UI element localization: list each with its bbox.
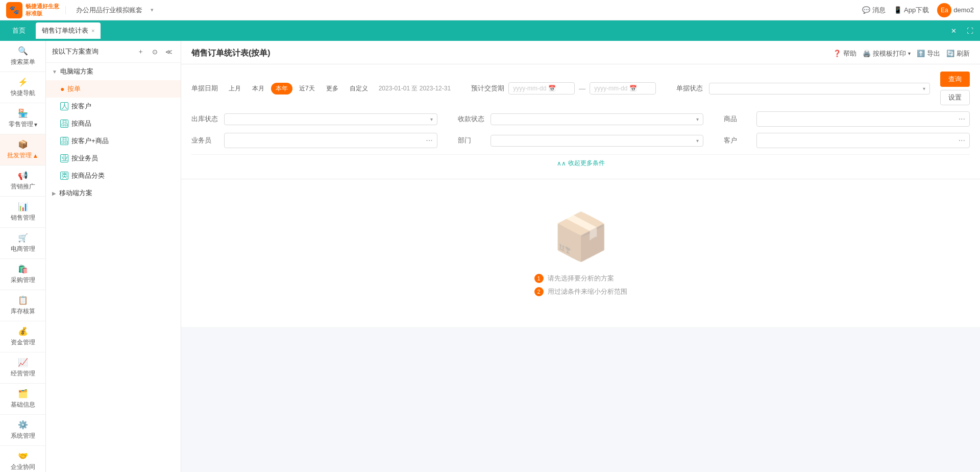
department-select[interactable]: ▾	[491, 135, 704, 147]
date-tab-last-7days[interactable]: 近7天	[295, 83, 320, 95]
tree-item-by-product-label: 按商品	[71, 119, 91, 128]
export-icon: ⬆️	[917, 50, 925, 57]
date-tab-more[interactable]: 更多	[322, 83, 343, 95]
logo-area: 🐾 畅捷通好生意 标准版	[6, 2, 59, 18]
settings-scheme-btn[interactable]: ⊙	[149, 46, 160, 57]
wholesale-icon: 📦	[18, 139, 28, 149]
department-arrow-icon: ▾	[696, 138, 699, 144]
tab-home[interactable]: 首页	[4, 20, 34, 41]
tree-item-by-product[interactable]: 品 按商品	[46, 115, 181, 132]
top-bar-right: 💬 消息 📱 App下载 Ea demo2	[862, 3, 974, 17]
tree-item-by-category[interactable]: 类 按商品分类	[46, 167, 181, 184]
sidebar-item-purchase[interactable]: 🛍️ 采购管理	[0, 259, 45, 290]
app-download-btn[interactable]: 📱 App下载	[894, 6, 929, 15]
date-tab-this-month[interactable]: 本月	[248, 83, 269, 95]
tree-item-by-customer[interactable]: 人 按客户	[46, 98, 181, 115]
by-customer-product-icon: 品	[60, 137, 68, 145]
date-tab-custom[interactable]: 自定义	[345, 83, 373, 95]
tree-section-mobile[interactable]: ▶ 移动端方案	[46, 184, 181, 202]
customer-input[interactable]: ···	[756, 133, 970, 148]
tree-item-by-salesperson-label: 按业务员	[71, 154, 98, 163]
sidebar-item-enterprise-label: 企业协同	[11, 463, 35, 471]
product-label: 商品	[724, 114, 752, 124]
product-input[interactable]: ···	[756, 111, 970, 127]
date-tab-last-month[interactable]: 上月	[224, 83, 246, 95]
sidebar-item-operations-label: 经营管理	[11, 369, 35, 378]
top-bar-left: 🐾 畅捷通好生意 标准版 办公用品行业模拟账套 ▾	[6, 2, 154, 18]
date-tab-this-year[interactable]: 本年	[271, 83, 292, 95]
left-panel-actions: ＋ ⊙ ≪	[135, 46, 175, 57]
tree-section-pc[interactable]: ▼ 电脑端方案	[46, 63, 181, 80]
user-name: demo2	[953, 6, 974, 14]
add-scheme-btn[interactable]: ＋	[135, 46, 146, 57]
tree-item-by-category-label: 按商品分类	[71, 171, 105, 180]
collapse-bar: ∧∧ 收起更多条件	[191, 154, 970, 172]
message-btn[interactable]: 💬 消息	[862, 6, 886, 15]
sidebar-item-base-info[interactable]: 🗂️ 基础信息	[0, 384, 45, 415]
help-label: 帮助	[843, 49, 856, 58]
query-btn[interactable]: 查询	[940, 72, 970, 87]
expected-date-to-input[interactable]: yyyy-mm-dd 📅	[590, 82, 656, 95]
tree-item-by-salesperson[interactable]: 业 按业务员	[46, 150, 181, 167]
sidebar-item-ecommerce[interactable]: 🛒 电商管理	[0, 228, 45, 259]
maximize-icon: ⛶	[967, 27, 973, 35]
title-arrow-icon[interactable]: ▾	[151, 7, 154, 13]
marketing-icon: 📢	[18, 171, 28, 180]
tree-item-by-customer-product[interactable]: 品 按客户+商品	[46, 132, 181, 150]
inventory-icon: 📋	[18, 295, 28, 305]
sidebar-item-wholesale[interactable]: 📦 批发管理 ▲	[0, 134, 45, 166]
help-btn[interactable]: ❓ 帮助	[833, 49, 856, 58]
collapse-panel-btn[interactable]: ≪	[163, 46, 175, 57]
app-title[interactable]: 办公用品行业模拟账套	[72, 6, 146, 15]
sidebar-item-marketing-label: 营销推广	[11, 182, 35, 191]
salesperson-ellipsis-icon[interactable]: ···	[426, 136, 432, 145]
export-btn[interactable]: ⬆️ 导出	[917, 49, 940, 58]
receipt-status-select[interactable]: ▾	[491, 113, 704, 125]
tip-2-num: 2	[534, 287, 544, 296]
date-from-calendar-icon: 📅	[548, 85, 556, 92]
sidebar-item-inventory[interactable]: 📋 库存核算	[0, 290, 45, 321]
bill-status-select[interactable]: ▾	[709, 83, 930, 95]
tip-1-text: 请先选择要分析的方案	[548, 274, 614, 283]
refresh-btn[interactable]: 🔄 刷新	[946, 49, 970, 58]
sidebar-item-retail[interactable]: 🏪 零售管理 ▾	[0, 103, 45, 134]
purchase-icon: 🛍️	[18, 264, 28, 274]
filter-expected-date: 预计交货期 yyyy-mm-dd 📅 — yyyy-mm-dd 📅	[471, 82, 656, 95]
sidebar-item-marketing[interactable]: 📢 营销推广	[0, 166, 45, 197]
filter-ship-status: 出库状态 ▾	[191, 113, 437, 125]
salesperson-input[interactable]: ···	[224, 133, 437, 148]
sidebar-item-quick-nav[interactable]: ⚡ 快捷导航	[0, 72, 45, 103]
sidebar-item-finance[interactable]: 💰 资金管理	[0, 321, 45, 352]
tab-sales-order[interactable]: 销售订单统计表 ×	[36, 22, 101, 39]
by-category-icon: 类	[60, 172, 68, 180]
sidebar-item-retail-label: 零售管理	[9, 120, 33, 129]
maximize-btn[interactable]: ⛶	[964, 25, 976, 37]
left-panel: 按以下方案查询 ＋ ⊙ ≪ ▼ 电脑端方案 ● 按单 人 按客户	[46, 41, 181, 472]
print-btn[interactable]: 🖨️ 按模板打印 ▾	[863, 49, 911, 58]
header-actions: ❓ 帮助 🖨️ 按模板打印 ▾ ⬆️ 导出 🔄 刷新	[833, 49, 970, 58]
close-window-btn[interactable]: ✕	[947, 25, 960, 37]
tab-close-icon[interactable]: ×	[91, 28, 94, 34]
tree-item-by-customer-product-label: 按客户+商品	[71, 136, 109, 146]
filter-bill-status: 单据状态 ▾	[676, 83, 930, 95]
salesperson-label: 业务员	[191, 136, 220, 145]
ship-status-select[interactable]: ▾	[224, 113, 437, 125]
sidebar-item-sales[interactable]: 📊 销售管理	[0, 197, 45, 228]
collapse-btn[interactable]: ∧∧ 收起更多条件	[557, 159, 605, 168]
sidebar-item-enterprise[interactable]: 🤝 企业协同	[0, 446, 45, 472]
user-area[interactable]: Ea demo2	[937, 3, 974, 17]
close-icon: ✕	[951, 27, 957, 35]
tab-sales-order-label: 销售订单统计表	[42, 26, 88, 35]
customer-ellipsis-icon[interactable]: ···	[959, 136, 965, 145]
tree-item-by-order[interactable]: ● 按单	[46, 80, 181, 98]
sidebar-item-search-menu[interactable]: 🔍 搜索菜单	[0, 41, 45, 72]
product-ellipsis-icon[interactable]: ···	[959, 114, 965, 124]
sidebar-item-purchase-label: 采购管理	[11, 276, 35, 285]
expected-date-from-input[interactable]: yyyy-mm-dd 📅	[508, 82, 575, 95]
refresh-icon: 🔄	[946, 50, 954, 57]
print-label: 按模板打印	[873, 49, 906, 58]
sales-icon: 📊	[18, 202, 28, 211]
sidebar-item-system[interactable]: ⚙️ 系统管理	[0, 415, 45, 446]
settings-btn[interactable]: 设置	[940, 90, 970, 105]
sidebar-item-operations[interactable]: 📈 经营管理	[0, 352, 45, 384]
